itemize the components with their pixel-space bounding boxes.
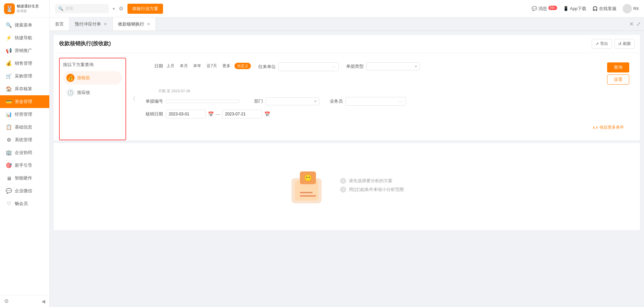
collapse-sidebar-btn[interactable]: ◀: [42, 299, 45, 304]
counterpart-dots-icon[interactable]: ···: [332, 64, 336, 69]
shortcut-7days[interactable]: 近7天: [205, 62, 218, 69]
nav-label-enterprise-collab: 企业协同: [15, 150, 32, 156]
page-header-actions: ↗ 导出 ↺ 刷新: [592, 39, 635, 49]
nav-icon-enterprise-collab: 🏢: [5, 150, 12, 156]
sidebar-item-system[interactable]: ⚙系统管理: [0, 134, 49, 146]
tab-collection-close[interactable]: ✕: [147, 22, 150, 27]
nav-icon-guide: 🎯: [5, 162, 12, 168]
tab-home[interactable]: 首页: [50, 17, 69, 31]
page-title: 收款核销执行(按收款): [59, 40, 111, 47]
verify-date-start-input[interactable]: [166, 110, 206, 118]
nav-label-members: 畅会员: [15, 201, 28, 207]
collapse-query-sidebar-btn[interactable]: 《: [130, 96, 136, 103]
collapse-icon: ∧∧: [592, 125, 598, 130]
message-btn[interactable]: 💬 消息 99+: [532, 6, 557, 12]
voucher-type-group: 单据类型 ▾: [345, 62, 420, 70]
solution-btn[interactable]: 体验行业方案: [127, 4, 163, 14]
sidebar-item-search-menu[interactable]: 🔍搜索菜单: [0, 19, 49, 32]
sidebar-item-members[interactable]: ♡畅会员: [0, 197, 49, 210]
dept-select[interactable]: ▾: [266, 97, 319, 105]
empty-line1: [300, 195, 316, 197]
sidebar-item-inventory[interactable]: 🏠库存核算: [0, 83, 49, 95]
nav-icon-quick-nav: ⚡: [5, 35, 12, 41]
search-placeholder: 搜索: [65, 6, 73, 11]
shortcut-this-month[interactable]: 本月: [178, 62, 189, 69]
filter-row-3: 核销日期 📅 — 📅: [145, 110, 629, 118]
sidebar-item-operations[interactable]: 📊经营管理: [0, 108, 49, 121]
online-service-btn[interactable]: 🎧 在线客服: [592, 6, 616, 12]
query-option-receivable-label: 按应收: [77, 90, 90, 96]
tab-prepay-close[interactable]: ✕: [104, 22, 107, 27]
sidebar-item-enterprise-collab[interactable]: 🏢企业协同: [0, 146, 49, 159]
verify-date-end-cal-icon[interactable]: 📅: [264, 111, 270, 117]
empty-line2: [300, 192, 313, 193]
sidebar: 🐰 畅捷通好生意 标准版 🔍搜索菜单⚡快捷导航📢营销推广💰销售管理🛒采购管理🏠库…: [0, 0, 50, 307]
salesperson-input[interactable]: ···: [345, 97, 406, 106]
shortcut-this-year[interactable]: 本年: [192, 62, 203, 69]
message-icon: 💬: [532, 6, 537, 11]
sidebar-item-enterprise-wechat[interactable]: 💬企业微信: [0, 185, 49, 197]
counterpart-input[interactable]: ···: [278, 62, 339, 71]
refresh-btn[interactable]: ↺ 刷新: [614, 39, 635, 49]
verify-date-start-cal-icon[interactable]: 📅: [208, 111, 214, 117]
shortcut-last-month[interactable]: 上月: [165, 62, 176, 69]
empty-tip-1-text: 请先选择要分析的方案: [349, 178, 392, 184]
query-btn[interactable]: 查询: [607, 62, 629, 72]
tab-expand-btn[interactable]: ⤢: [636, 21, 641, 27]
sidebar-item-smart-hw[interactable]: 🖥智能硬件: [0, 172, 49, 185]
tab-close-all-btn[interactable]: ✕: [629, 21, 634, 27]
nav-label-guide: 新手引导: [15, 162, 32, 168]
nav-icon-purchase: 🛒: [5, 73, 12, 79]
tabbar: 首页 预付冲应付单 ✕ 收款核销执行 ✕ ✕ ⤢: [50, 17, 644, 31]
service-label: 在线客服: [599, 6, 616, 12]
sidebar-item-purchase[interactable]: 🛒采购管理: [0, 70, 49, 83]
voucher-type-arrow-icon: ▾: [415, 64, 417, 69]
shortcut-custom[interactable]: 自定义: [234, 63, 251, 69]
empty-tips: 1 请先选择要分析的方案 2 用[过滤]条件来缩小分析范围: [340, 178, 404, 195]
tab-prepay[interactable]: 预付冲应付单 ✕: [69, 17, 113, 31]
salesperson-label: 业务员: [325, 98, 343, 104]
salesperson-dots-icon[interactable]: ···: [399, 99, 403, 104]
sidebar-item-finance[interactable]: 💳资金管理: [0, 95, 49, 108]
query-btns: 查询 设置: [607, 62, 629, 85]
tip-num-1: 1: [340, 178, 346, 184]
export-btn[interactable]: ↗ 导出: [592, 39, 612, 49]
app-download-label: App下载: [570, 6, 586, 12]
topbar-chevron-icon[interactable]: ▾: [113, 6, 115, 11]
nav-label-marketing: 营销推广: [15, 48, 32, 54]
sidebar-item-marketing[interactable]: 📢营销推广: [0, 44, 49, 57]
date-group: 日期 上月 本月 本年 近7天 更多 自定义: [145, 62, 251, 69]
voucher-type-select[interactable]: ▾: [366, 62, 420, 70]
query-option-by-collection[interactable]: 💰 按收款: [63, 71, 122, 85]
sidebar-item-guide[interactable]: 🎯新手引导: [0, 159, 49, 172]
page-content: 收款核销执行(按收款) ↗ 导出 ↺ 刷新 按以下方案查询 💰 按收款: [50, 31, 644, 307]
empty-state-inner: 😶 1 请先选择要分析的方案 2 用[过滤]条件来缩小分析范围: [290, 170, 404, 203]
nav-label-system: 系统管理: [15, 137, 32, 143]
nav-label-search-menu: 搜索菜单: [15, 22, 32, 28]
sidebar-item-quick-nav[interactable]: ⚡快捷导航: [0, 32, 49, 44]
settings-btn[interactable]: 设置: [607, 74, 629, 85]
topbar-gear-icon[interactable]: ⚙: [119, 5, 123, 12]
settings-icon[interactable]: ⚙: [4, 298, 9, 304]
logo-icon: 🐰: [4, 3, 15, 14]
nav-label-purchase: 采购管理: [15, 73, 32, 79]
empty-face: 😶: [300, 171, 316, 184]
topbar-search[interactable]: 🔍 搜索: [55, 4, 109, 13]
user-area[interactable]: Rit: [623, 4, 639, 13]
tab-prepay-label: 预付冲应付单: [75, 21, 101, 27]
collapse-more-btn[interactable]: ∧∧ 收起更多条件: [592, 122, 629, 132]
sidebar-item-basic-info[interactable]: 📋基础信息: [0, 121, 49, 134]
counterpart-group: 往来单位 ···: [258, 62, 339, 71]
app-download-btn[interactable]: 📱 App下载: [563, 6, 586, 12]
tab-collection[interactable]: 收款核销执行 ✕: [113, 17, 156, 31]
nav-icon-system: ⚙: [5, 137, 12, 143]
query-option-by-receivable[interactable]: 🕐 按应收: [63, 86, 122, 99]
voucher-no-input[interactable]: [166, 100, 239, 103]
nav-label-inventory: 库存核算: [15, 86, 32, 92]
nav-icon-marketing: 📢: [5, 48, 12, 54]
sidebar-item-sales[interactable]: 💰销售管理: [0, 57, 49, 70]
verify-date-end-input[interactable]: [222, 110, 262, 118]
shortcut-more[interactable]: 更多: [221, 62, 232, 69]
verify-date-label: 核销日期: [145, 111, 163, 117]
user-name: Rit: [633, 6, 639, 11]
